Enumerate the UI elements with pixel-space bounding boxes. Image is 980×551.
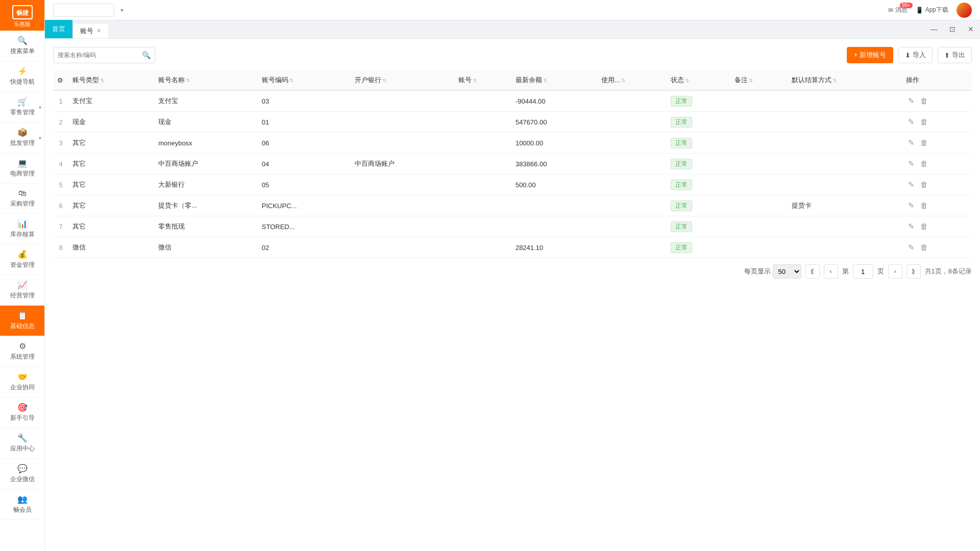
row-type: 其它 — [68, 195, 154, 216]
sidebar-item-wechat[interactable]: 💬 企业微信 — [0, 459, 44, 489]
row-num: 5 — [53, 174, 68, 195]
last-page-button[interactable]: ⟫ — [906, 264, 921, 279]
sidebar-item-ecommerce[interactable]: 💻 电商管理 — [0, 153, 44, 184]
row-operation: ✎ 🗑 — [902, 216, 972, 237]
sidebar-item-purchase[interactable]: 🛍 采购管理 — [0, 184, 44, 214]
sidebar-item-finance[interactable]: 💰 资金管理 — [0, 244, 44, 275]
sidebar-item-label-appcenter: 应用中心 — [10, 444, 35, 453]
search-input[interactable] — [58, 52, 142, 59]
row-balance: 10000.00 — [511, 133, 597, 154]
sort-remark-icon[interactable]: ⇅ — [749, 78, 753, 83]
edit-button[interactable]: ✎ — [906, 200, 917, 211]
toolbar-right: + 新增账号 ⬇ 导入 ⬆ 导出 — [847, 47, 972, 63]
sort-name-icon[interactable]: ⇅ — [186, 78, 190, 83]
sidebar-item-operations[interactable]: 📈 经营管理 — [0, 275, 44, 306]
guide-icon: 🎯 — [17, 403, 28, 412]
row-remark — [730, 237, 788, 258]
sidebar-item-inventory[interactable]: 📊 库存核算 — [0, 214, 44, 244]
sidebar-item-label-search: 搜索菜单 — [10, 47, 35, 56]
sidebar-item-guide[interactable]: 🎯 新手引导 — [0, 397, 44, 428]
row-operation: ✎ 🗑 — [902, 112, 972, 133]
restore-button[interactable]: ⊡ — [943, 20, 962, 38]
sidebar-item-contract[interactable]: 🤝 企业协同 — [0, 367, 44, 397]
sidebar-item-wholesale[interactable]: 📦 批发管理 ▾ — [0, 122, 44, 153]
sort-balance-icon[interactable]: ⇅ — [543, 78, 547, 83]
minimize-button[interactable]: — — [925, 20, 943, 38]
settings-icon[interactable]: ⚙ — [57, 77, 63, 84]
message-icon: ✉ — [888, 7, 893, 14]
delete-button[interactable]: 🗑 — [918, 242, 930, 253]
app-download-button[interactable]: 📱 App下载 — [916, 6, 948, 14]
avatar[interactable] — [957, 3, 972, 18]
sort-type-icon[interactable]: ⇅ — [100, 78, 104, 83]
sort-code-icon[interactable]: ⇅ — [289, 78, 293, 83]
row-remark — [730, 216, 788, 237]
sort-payment-icon[interactable]: ⇅ — [832, 78, 837, 83]
export-button[interactable]: ⬆ 导出 — [938, 47, 972, 63]
sort-bank-icon[interactable]: ⇅ — [382, 78, 386, 83]
close-button[interactable]: ✕ — [962, 20, 980, 38]
delete-button[interactable]: 🗑 — [918, 179, 930, 190]
dropdown-arrow-icon[interactable]: ▾ — [120, 7, 124, 14]
sort-usage-icon[interactable]: ⇅ — [621, 78, 625, 83]
first-page-button[interactable]: ⟪ — [805, 264, 820, 279]
delete-button[interactable]: 🗑 — [918, 95, 930, 106]
ecommerce-icon: 💻 — [17, 158, 28, 168]
row-num: 7 — [53, 216, 68, 237]
edit-button[interactable]: ✎ — [906, 137, 917, 148]
row-status: 正常 — [667, 216, 730, 237]
row-default-payment — [788, 90, 902, 112]
delete-button[interactable]: 🗑 — [918, 158, 930, 169]
row-account — [454, 237, 511, 258]
row-status: 正常 — [667, 237, 730, 258]
import-button[interactable]: ⬇ 导入 — [898, 47, 933, 63]
sort-status-icon[interactable]: ⇅ — [685, 78, 689, 83]
sidebar-item-member[interactable]: 👥 畅会员 — [0, 489, 44, 520]
sidebar-item-appcenter[interactable]: 🔧 应用中心 — [0, 428, 44, 459]
table-header-row: ⚙ 账号类型⇅ 账号名称⇅ 账号编码⇅ 开户银行⇅ 账号⇅ 最新余额⇅ 使用..… — [53, 70, 972, 90]
status-badge: 正常 — [671, 96, 692, 107]
sidebar-logo: 畅捷 乐惠版 — [0, 0, 44, 31]
top-search-input[interactable] — [53, 4, 114, 17]
col-account: 账号⇅ — [454, 70, 511, 90]
inventory-icon: 📊 — [17, 219, 28, 229]
page-size-select[interactable]: 50 100 200 — [773, 264, 801, 279]
tab-account[interactable]: 账号 ✕ — [72, 23, 109, 38]
status-badge: 正常 — [671, 242, 692, 253]
row-usage — [597, 90, 666, 112]
top-header: ▾ ✉ 消息 99+ 📱 App下载 — [45, 0, 980, 20]
sidebar-item-system[interactable]: ⚙ 系统管理 — [0, 336, 44, 367]
edit-button[interactable]: ✎ — [906, 242, 917, 253]
row-default-payment — [788, 154, 902, 174]
purchase-icon: 🛍 — [18, 189, 27, 198]
row-num: 3 — [53, 133, 68, 154]
next-page-button[interactable]: › — [888, 264, 902, 279]
finance-icon: 💰 — [17, 249, 28, 259]
delete-button[interactable]: 🗑 — [918, 221, 930, 232]
sidebar-item-shortcut[interactable]: ⚡ 快捷导航 — [0, 61, 44, 92]
delete-button[interactable]: 🗑 — [918, 137, 930, 148]
sidebar-item-retail[interactable]: 🛒 零售管理 ▾ — [0, 92, 44, 122]
delete-button[interactable]: 🗑 — [918, 116, 930, 127]
delete-button[interactable]: 🗑 — [918, 200, 930, 211]
header-left: ▾ — [53, 4, 124, 17]
sidebar-item-search[interactable]: 🔍 搜索菜单 — [0, 31, 44, 61]
sort-account-icon[interactable]: ⇅ — [473, 78, 477, 83]
page-number-input[interactable] — [853, 264, 873, 279]
logo-icon: 畅捷 — [12, 5, 33, 19]
tab-close-icon[interactable]: ✕ — [96, 28, 101, 34]
prev-page-button[interactable]: ‹ — [824, 264, 838, 279]
page-size-label: 每页显示 — [744, 267, 771, 276]
col-type: 账号类型⇅ — [68, 70, 154, 90]
edit-button[interactable]: ✎ — [906, 158, 917, 169]
edit-button[interactable]: ✎ — [906, 221, 917, 232]
edit-button[interactable]: ✎ — [906, 95, 917, 107]
edit-button[interactable]: ✎ — [906, 116, 917, 128]
message-button[interactable]: ✉ 消息 99+ — [888, 6, 908, 14]
sidebar-item-basic[interactable]: 📋 基础信息 — [0, 306, 44, 336]
edit-button[interactable]: ✎ — [906, 179, 917, 190]
tab-home[interactable]: 首页 — [45, 20, 72, 38]
add-account-button[interactable]: + 新增账号 — [847, 47, 893, 63]
import-icon: ⬇ — [905, 52, 911, 59]
table-row: 4 其它 中百商场账户 04 中百商场账户 383866.00 正常 ✎ 🗑 — [53, 154, 972, 174]
